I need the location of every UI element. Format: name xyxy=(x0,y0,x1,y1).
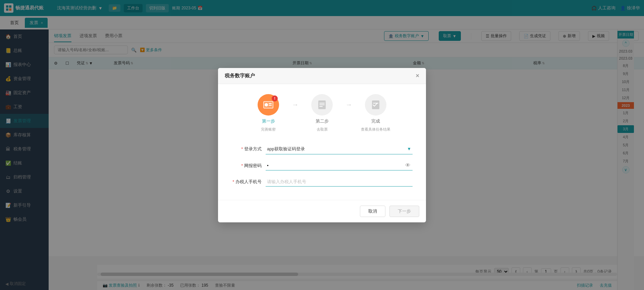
next-step-button[interactable]: 下一步 xyxy=(389,206,419,217)
svg-rect-6 xyxy=(269,103,272,104)
password-label: 网报密码 xyxy=(231,163,262,169)
step-3-icon xyxy=(365,94,386,116)
svg-rect-13 xyxy=(373,103,378,103)
eye-toggle-icon[interactable]: 👁 xyxy=(403,162,413,168)
modal-title: 税务数字账户 xyxy=(225,73,255,79)
svg-rect-10 xyxy=(319,104,325,105)
password-input-wrap: 👁 xyxy=(266,161,413,170)
svg-rect-11 xyxy=(319,106,323,107)
tax-digital-modal: 税务数字账户 × ! 第一步 xyxy=(218,68,426,222)
select-dropdown-icon: ▼ xyxy=(407,146,411,151)
password-row: 网报密码 👁 xyxy=(231,161,413,170)
arrow-2: → xyxy=(345,101,352,108)
svg-point-5 xyxy=(265,103,268,106)
cancel-button[interactable]: 取消 xyxy=(360,206,385,217)
phone-field xyxy=(266,177,413,187)
login-method-field: app获取验证码登录 ▼ xyxy=(266,144,413,154)
login-method-label: 登录方式 xyxy=(231,146,262,152)
login-method-row: 登录方式 app获取验证码登录 ▼ xyxy=(231,144,413,154)
arrow-1: → xyxy=(292,101,299,108)
modal-body: ! 第一步 完善账密 → 第 xyxy=(218,84,426,200)
step-1-desc: 完善账密 xyxy=(261,127,276,132)
modal-header: 税务数字账户 × xyxy=(218,68,426,84)
phone-label: 办税人手机号 xyxy=(231,179,262,185)
step-3-desc: 查看具体任务结果 xyxy=(361,127,390,132)
svg-rect-7 xyxy=(269,105,272,106)
svg-rect-9 xyxy=(319,103,325,103)
step-2-icon xyxy=(311,94,333,116)
phone-row: 办税人手机号 xyxy=(231,177,413,187)
modal-overlay[interactable]: 税务数字账户 × ! 第一步 xyxy=(0,0,644,290)
step-1-icon: ! xyxy=(258,94,279,116)
password-input[interactable] xyxy=(266,161,403,170)
login-method-select[interactable]: app获取验证码登录 ▼ xyxy=(266,144,413,154)
step-3-label: 完成 xyxy=(371,118,380,124)
step-2-desc: 去取票 xyxy=(317,127,328,132)
modal-close-btn[interactable]: × xyxy=(416,73,419,79)
step-2-label: 第二步 xyxy=(316,118,329,124)
phone-input[interactable] xyxy=(266,177,413,187)
steps-row: ! 第一步 完善账密 → 第 xyxy=(231,94,413,132)
step-1-label: 第一步 xyxy=(262,118,275,124)
password-field: 👁 xyxy=(266,161,413,170)
modal-footer: 取消 下一步 xyxy=(218,200,426,222)
step-2: 第二步 去取票 xyxy=(299,94,345,132)
step-1-error-badge: ! xyxy=(272,95,278,101)
step-1: ! 第一步 完善账密 xyxy=(245,94,292,132)
step-3: 完成 查看具体任务结果 xyxy=(352,94,399,132)
